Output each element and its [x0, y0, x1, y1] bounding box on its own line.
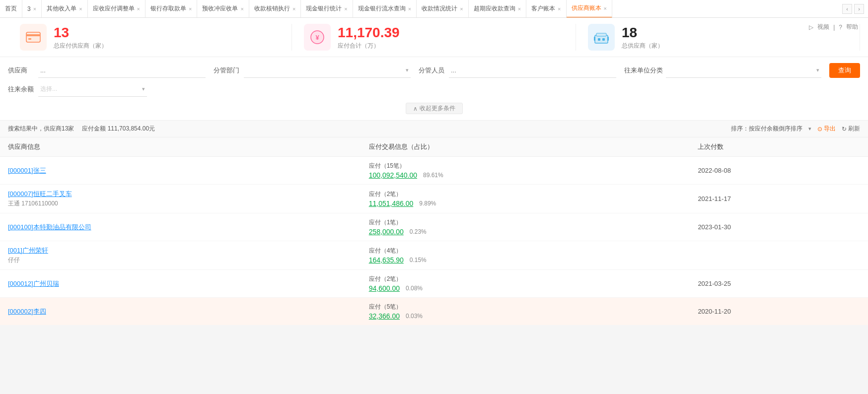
- last-pay-date: 2022-08-08: [698, 167, 731, 174]
- dept-select[interactable]: ▾: [244, 63, 411, 78]
- nav-tab-home[interactable]: 首页: [0, 0, 22, 18]
- dept-label: 分管部门: [214, 66, 241, 75]
- amount-pct: 0.15%: [410, 257, 427, 263]
- svg-rect-6: [596, 33, 606, 36]
- svg-rect-1: [26, 34, 40, 36]
- nav-tab-overdue[interactable]: 超期应收款查询 ×: [469, 0, 526, 18]
- close-icon[interactable]: ×: [460, 6, 463, 12]
- close-icon[interactable]: ×: [240, 6, 243, 12]
- nav-tab-bank-deposit-label: 银行存取款单: [150, 4, 186, 13]
- payable-suppliers-label: 总应付供应商（家）: [54, 42, 107, 50]
- nav-tab-3[interactable]: 3 ×: [22, 0, 42, 18]
- summary-card-2-info: 11,170.39 应付合计（万）: [338, 24, 400, 51]
- payable-suppliers-number: 13: [54, 24, 107, 41]
- table-row: [000007]恒旺二手叉车王通 17106110000应付（2笔）11,051…: [0, 185, 868, 213]
- nav-tab-receipt-stats-label: 收款情况统计: [422, 4, 457, 13]
- nav-prev-button[interactable]: ‹: [842, 4, 852, 14]
- nav-tab-customer-ledger-label: 客户账本: [531, 4, 555, 13]
- amount-pct: 0.03%: [406, 313, 423, 320]
- nav-tab-collection[interactable]: 收款核销执行 ×: [249, 0, 301, 18]
- col-last-pay: 上次付数: [690, 137, 868, 157]
- export-button[interactable]: ⊙ 导出: [817, 125, 836, 133]
- close-icon[interactable]: ×: [408, 6, 411, 12]
- video-link[interactable]: 视频: [817, 23, 829, 31]
- close-icon[interactable]: ×: [189, 6, 192, 12]
- last-pay-cell: [690, 241, 868, 270]
- amount-value[interactable]: 11,051,486.00: [369, 199, 414, 207]
- nav-next-button[interactable]: ›: [854, 4, 864, 14]
- collapse-button[interactable]: ∧ 收起更多条件: [406, 103, 463, 114]
- data-table: 供应商信息 应付交易信息（占比） 上次付数 [000001]张三应付（15笔）1…: [0, 137, 868, 326]
- nav-tab-supplier-ledger[interactable]: 供应商账本 ×: [567, 0, 612, 18]
- supplier-cell: [000100]本特勤油品有限公司: [0, 213, 361, 241]
- close-icon[interactable]: ×: [33, 6, 36, 12]
- refresh-button[interactable]: ↻ 刷新: [842, 125, 860, 133]
- filter-row-2: 往来余额 选择... ▾: [8, 82, 860, 97]
- nav-tab-bank-deposit[interactable]: 银行存取款单 ×: [145, 0, 197, 18]
- results-summary-text: 搜索结果中，供应商13家: [8, 125, 74, 133]
- export-icon: ⊙: [817, 126, 822, 132]
- last-pay-cell: 2020-11-20: [690, 298, 868, 326]
- collapse-label: 收起更多条件: [420, 104, 455, 113]
- svg-rect-10: [607, 37, 609, 41]
- refresh-label: 刷新: [848, 125, 860, 133]
- results-summary: 搜索结果中，供应商13家 应付金额 111,703,854.00元: [8, 125, 155, 133]
- category-select[interactable]: ▾: [666, 63, 822, 78]
- nav-tab-other-income[interactable]: 其他收入单 ×: [42, 0, 87, 18]
- refresh-icon: ↻: [842, 126, 847, 132]
- filter-supplier: 供应商: [8, 63, 206, 78]
- summary-card-payable-total: ¥ 11,170.39 应付合计（万）: [292, 24, 576, 51]
- supplier-sub-info: 王通 17106110000: [8, 199, 353, 208]
- tx-label: 应付（15笔）: [369, 162, 682, 170]
- close-icon[interactable]: ×: [518, 6, 521, 12]
- supplier-link[interactable]: [000007]恒旺二手叉车: [8, 190, 72, 197]
- col-tx-info: 应付交易信息（占比）: [361, 137, 690, 157]
- top-right-links: ▷ 视频 | ? 帮助: [809, 23, 858, 31]
- summary-card-3-info: 18 总供应商（家）: [622, 24, 663, 51]
- supplier-link[interactable]: [000012]广州贝瑞: [8, 280, 59, 287]
- tx-cell: 应付（5笔）32,366.000.03%: [361, 298, 690, 326]
- supplier-label: 供应商: [8, 66, 35, 75]
- nav-tab-cash-flow[interactable]: 现金银行流水查询 ×: [353, 0, 417, 18]
- svg-text:¥: ¥: [315, 34, 319, 41]
- close-icon[interactable]: ×: [344, 6, 347, 12]
- last-pay-cell: 2021-11-17: [690, 185, 868, 213]
- supplier-link[interactable]: [000001]张三: [8, 167, 46, 174]
- supplier-input[interactable]: [38, 63, 206, 78]
- close-icon[interactable]: ×: [604, 5, 607, 11]
- amount-value[interactable]: 258,000.00: [369, 228, 404, 236]
- nav-tab-prepay[interactable]: 预收冲应收单 ×: [197, 0, 249, 18]
- help-link[interactable]: 帮助: [846, 23, 858, 31]
- video-icon: ▷: [809, 24, 813, 31]
- amount-value[interactable]: 164,635.90: [369, 256, 404, 264]
- nav-tab-receipt-stats[interactable]: 收款情况统计 ×: [417, 0, 468, 18]
- supplier-link[interactable]: [001]广州荣轩: [8, 247, 48, 254]
- amount-value[interactable]: 32,366.00: [369, 312, 400, 320]
- supplier-link[interactable]: [000100]本特勤油品有限公司: [8, 223, 91, 231]
- close-icon[interactable]: ×: [558, 6, 561, 12]
- amount-value[interactable]: 94,600.00: [369, 284, 400, 292]
- close-icon[interactable]: ×: [137, 6, 140, 12]
- amount-value[interactable]: 100,092,540.00: [369, 171, 417, 179]
- nav-tab-ar-adjust[interactable]: 应收应付调整单 ×: [88, 0, 145, 18]
- close-icon[interactable]: ×: [79, 6, 82, 12]
- balance-select[interactable]: 选择... ▾: [38, 82, 147, 97]
- nav-tab-3-label: 3: [27, 5, 31, 12]
- table-row: [001]广州荣轩仔仔应付（4笔）164,635.900.15%: [0, 241, 868, 270]
- results-actions: 排序：按应付余额倒序排序 ▾ ⊙ 导出 ↻ 刷新: [731, 125, 860, 133]
- nav-tab-customer-ledger[interactable]: 客户账本 ×: [526, 0, 566, 18]
- person-input[interactable]: [449, 63, 616, 78]
- close-icon[interactable]: ×: [292, 6, 295, 12]
- query-button[interactable]: 查询: [829, 63, 860, 78]
- supplier-link[interactable]: [000002]李四: [8, 308, 46, 315]
- amount-pct: 9.89%: [419, 200, 436, 207]
- results-amount-text: 应付金额 111,703,854.00元: [82, 125, 155, 133]
- chevron-down-icon: ▾: [816, 67, 819, 73]
- tx-label: 应付（2笔）: [369, 190, 682, 198]
- tx-label: 应付（4笔）: [369, 247, 682, 255]
- payable-total-label: 应付合计（万）: [338, 42, 400, 50]
- supplier-payable-icon: [20, 24, 47, 51]
- svg-rect-0: [26, 32, 40, 42]
- nav-tab-cash-stats[interactable]: 现金银行统计 ×: [301, 0, 353, 18]
- supplier-cell: [000002]李四: [0, 298, 361, 326]
